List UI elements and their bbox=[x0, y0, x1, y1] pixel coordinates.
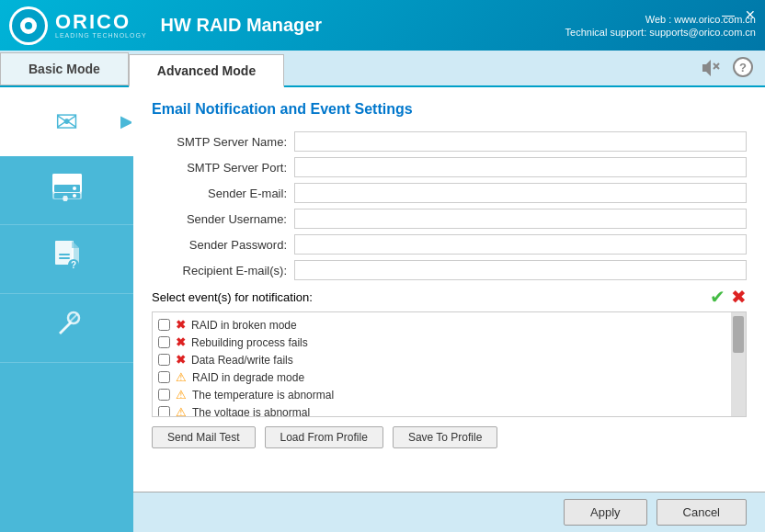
error-icon: ✖ bbox=[176, 318, 186, 332]
event-text-1: RAID in broken mode bbox=[191, 319, 297, 332]
svg-rect-16 bbox=[63, 196, 67, 201]
tab-basic[interactable]: Basic Mode bbox=[0, 52, 129, 85]
close-button[interactable]: ✕ bbox=[743, 7, 758, 22]
drive-icon bbox=[49, 170, 86, 210]
recipient-email-input[interactable] bbox=[294, 260, 747, 280]
section-title: Email Notification and Event Settings bbox=[152, 101, 747, 118]
titlebar-left: ORICO LEADING TECHNOLOGY HW RAID Manager bbox=[9, 6, 322, 45]
svg-point-11 bbox=[73, 187, 76, 190]
email-icon: ✉ bbox=[55, 106, 78, 138]
titlebar: ORICO LEADING TECHNOLOGY HW RAID Manager… bbox=[0, 0, 765, 51]
tools-icon bbox=[51, 309, 83, 347]
apply-button[interactable]: Apply bbox=[564, 499, 647, 526]
minimize-button[interactable]: — bbox=[721, 7, 736, 22]
form-row-smtp-server: SMTP Server Name: bbox=[152, 131, 747, 152]
brand-name: ORICO bbox=[55, 12, 147, 32]
footer: Apply Cancel bbox=[133, 492, 765, 532]
content-area: Email Notification and Event Settings SM… bbox=[133, 87, 765, 492]
error-icon: ✖ bbox=[176, 335, 186, 349]
smtp-server-label: SMTP Server Name: bbox=[152, 135, 294, 149]
list-item: ⚠ RAID in degrade mode bbox=[156, 368, 727, 386]
svg-text:?: ? bbox=[739, 61, 747, 74]
event-text-3: Data Read/write fails bbox=[191, 354, 293, 367]
event-checkbox-5[interactable] bbox=[158, 389, 170, 401]
scroll-thumb bbox=[733, 316, 744, 353]
events-list: ✖ RAID in broken mode ✖ Rebuilding proce… bbox=[153, 312, 731, 416]
mute-icon[interactable] bbox=[697, 54, 723, 80]
events-controls: ✔ ✖ bbox=[710, 286, 747, 308]
logo-circle bbox=[9, 6, 48, 45]
event-checkbox-1[interactable] bbox=[158, 319, 170, 331]
event-checkbox-3[interactable] bbox=[158, 354, 170, 366]
sender-username-input[interactable] bbox=[294, 209, 747, 229]
logo-text: ORICO LEADING TECHNOLOGY bbox=[55, 12, 147, 39]
sender-password-label: Sender Password: bbox=[152, 238, 294, 252]
content-wrapper: Email Notification and Event Settings SM… bbox=[133, 87, 765, 532]
support-label: Technical support: supports@orico.com.cn bbox=[565, 27, 756, 38]
svg-rect-18 bbox=[59, 254, 70, 255]
smtp-server-input[interactable] bbox=[294, 131, 747, 152]
event-checkbox-4[interactable] bbox=[158, 371, 170, 383]
uncheck-all-button[interactable]: ✖ bbox=[731, 286, 747, 308]
warning-icon: ⚠ bbox=[176, 370, 187, 384]
recipient-email-label: Recipient E-mail(s): bbox=[152, 264, 294, 277]
save-to-profile-button[interactable]: Save To Profile bbox=[393, 426, 498, 448]
list-item: ⚠ The temperature is abnormal bbox=[156, 386, 727, 403]
sidebar: ✉ ▶ bbox=[0, 87, 133, 532]
svg-text:?: ? bbox=[70, 260, 75, 270]
load-from-profile-button[interactable]: Load From Profile bbox=[265, 426, 383, 448]
app-title: HW RAID Manager bbox=[161, 15, 323, 36]
document-icon: ? bbox=[51, 239, 83, 279]
form-row-sender-email: Sender E-mail: bbox=[152, 183, 747, 203]
brand-subtitle: LEADING TECHNOLOGY bbox=[55, 32, 147, 39]
tabbar: Basic Mode Advanced Mode ? bbox=[0, 51, 765, 87]
window-controls[interactable]: — ✕ bbox=[721, 7, 758, 22]
svg-point-2 bbox=[25, 22, 32, 29]
form-row-recipient-email: Recipient E-mail(s): bbox=[152, 260, 747, 280]
sender-email-label: Sender E-mail: bbox=[152, 187, 294, 200]
sidebar-item-tools[interactable] bbox=[0, 294, 133, 363]
form: SMTP Server Name: SMTP Server Port: Send… bbox=[152, 131, 747, 280]
sidebar-item-drive[interactable] bbox=[0, 156, 133, 225]
event-text-2: Rebuilding process fails bbox=[191, 336, 308, 349]
form-row-sender-password: Sender Password: bbox=[152, 234, 747, 255]
list-item: ✖ RAID in broken mode bbox=[156, 316, 727, 334]
tab-advanced[interactable]: Advanced Mode bbox=[129, 54, 284, 87]
form-row-sender-username: Sender Username: bbox=[152, 209, 747, 229]
svg-point-14 bbox=[73, 194, 76, 198]
cancel-button[interactable]: Cancel bbox=[657, 499, 747, 526]
smtp-port-label: SMTP Server Port: bbox=[152, 161, 294, 175]
events-scrollbar[interactable] bbox=[731, 312, 746, 416]
events-list-wrapper: ✖ RAID in broken mode ✖ Rebuilding proce… bbox=[152, 311, 747, 417]
help-icon[interactable]: ? bbox=[730, 54, 756, 80]
action-buttons: Send Mail Test Load From Profile Save To… bbox=[152, 426, 747, 448]
sidebar-item-document[interactable]: ? bbox=[0, 225, 133, 294]
event-text-5: The temperature is abnormal bbox=[192, 389, 334, 402]
event-checkbox-2[interactable] bbox=[158, 336, 170, 348]
event-text-4: RAID in degrade mode bbox=[192, 371, 304, 384]
list-item: ✖ Rebuilding process fails bbox=[156, 334, 727, 351]
warning-icon: ⚠ bbox=[176, 388, 187, 402]
event-text-6: The voltage is abnormal bbox=[192, 406, 310, 417]
sender-username-label: Sender Username: bbox=[152, 212, 294, 226]
tabbar-icons: ? bbox=[697, 54, 756, 80]
send-mail-test-button[interactable]: Send Mail Test bbox=[152, 426, 256, 448]
sidebar-arrow: ▶ bbox=[120, 111, 133, 131]
event-checkbox-6[interactable] bbox=[158, 406, 170, 416]
sender-password-input[interactable] bbox=[294, 234, 747, 255]
events-header: Select event(s) for notification: ✔ ✖ bbox=[152, 286, 747, 308]
main-layout: ✉ ▶ bbox=[0, 87, 765, 532]
check-all-button[interactable]: ✔ bbox=[710, 286, 725, 308]
list-item: ✖ Data Read/write fails bbox=[156, 351, 727, 368]
error-icon: ✖ bbox=[176, 353, 186, 367]
events-section: Select event(s) for notification: ✔ ✖ ✖ … bbox=[152, 286, 747, 417]
list-item: ⚠ The voltage is abnormal bbox=[156, 403, 727, 416]
sidebar-item-email[interactable]: ✉ ▶ bbox=[0, 87, 133, 156]
warning-icon: ⚠ bbox=[176, 405, 187, 416]
sender-email-input[interactable] bbox=[294, 183, 747, 203]
smtp-port-input[interactable] bbox=[294, 157, 747, 177]
events-label: Select event(s) for notification: bbox=[152, 290, 313, 304]
svg-rect-19 bbox=[59, 257, 70, 259]
logo: ORICO LEADING TECHNOLOGY bbox=[9, 6, 147, 45]
form-row-smtp-port: SMTP Server Port: bbox=[152, 157, 747, 177]
